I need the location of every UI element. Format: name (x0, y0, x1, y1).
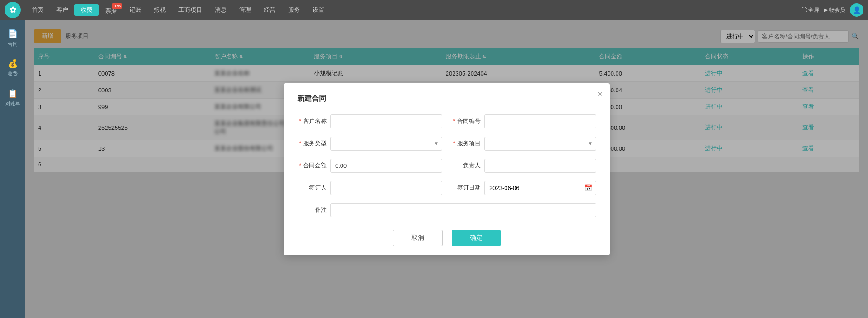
sidebar: 📄 合同 💰 收费 📋 对账单 (0, 20, 25, 318)
form-row-2: 服务类型 服务项目 (297, 137, 596, 151)
statement-icon: 📋 (8, 89, 18, 99)
content-area: 新增 服务项目 进行中 已完成 已终止 全部 🔍 序号 合同编号 客户名称 (25, 20, 868, 318)
new-badge: new (112, 3, 122, 9)
nav-tax[interactable]: 报税 (148, 4, 172, 16)
nav-manage[interactable]: 管理 (233, 4, 257, 16)
calendar-icon[interactable]: 📅 (584, 184, 592, 191)
service-type-select-wrap (330, 137, 442, 151)
nav-ticket[interactable]: 票据 new (99, 3, 123, 17)
nav-items: 首页 客户 收费 票据 new 记账 报税 工商项目 消息 管理 经营 服务 设… (25, 3, 801, 17)
service-type-select[interactable] (330, 137, 442, 151)
nav-right: ⛶ 全屏 ▶ 畅会员 👤 (801, 3, 863, 17)
service-item-select[interactable] (484, 137, 596, 151)
signer-label: 签订人 (297, 184, 327, 192)
service-type-label: 服务类型 (297, 139, 327, 147)
remarks-label: 备注 (297, 206, 327, 214)
sign-date-input[interactable] (488, 181, 584, 195)
contract-no-label: 合同编号 (451, 117, 481, 125)
form-group-amount: 合同金额 (297, 159, 442, 173)
form-group-customer-name: 客户名称 (297, 114, 442, 128)
form-group-sign-date: 签订日期 📅 (451, 181, 596, 195)
main-layout: 📄 合同 💰 收费 📋 对账单 新增 服务项目 进行中 已完成 已终止 全部 (0, 20, 868, 318)
form-group-service-type: 服务类型 (297, 137, 442, 151)
remarks-input[interactable] (330, 203, 596, 217)
sidebar-item-contract[interactable]: 📄 合同 (0, 24, 25, 52)
fullscreen-label: 全屏 (808, 6, 819, 14)
responsible-label: 负责人 (451, 161, 481, 170)
fullscreen-button[interactable]: ⛶ 全屏 (801, 6, 819, 14)
sidebar-item-fee[interactable]: 💰 收费 (0, 54, 25, 82)
confirm-button[interactable]: 确定 (452, 230, 501, 246)
nav-fee[interactable]: 收费 (74, 4, 99, 16)
modal-overlay: × 新建合同 客户名称 合同编号 服务类型 (25, 20, 868, 318)
form-group-contract-no: 合同编号 (451, 114, 596, 128)
service-item-label: 服务项目 (451, 139, 481, 147)
contract-icon: 📄 (8, 29, 18, 39)
nav-operation[interactable]: 经营 (257, 4, 282, 16)
service-item-select-wrap (484, 137, 596, 151)
form-group-signer: 签订人 (297, 181, 442, 195)
form-row-1: 客户名称 合同编号 (297, 114, 596, 128)
amount-input[interactable] (330, 159, 442, 173)
nav-settings[interactable]: 设置 (306, 4, 331, 16)
top-nav: ✿ 首页 客户 收费 票据 new 记账 报税 工商项目 消息 管理 经营 服务… (0, 0, 868, 20)
form-group-responsible: 负责人 (451, 159, 596, 173)
vip-button[interactable]: ▶ 畅会员 (824, 6, 845, 14)
nav-message[interactable]: 消息 (208, 4, 233, 16)
customer-name-label: 客户名称 (297, 117, 327, 125)
cancel-button[interactable]: 取消 (393, 230, 443, 246)
logo-icon: ✿ (10, 5, 16, 15)
sign-date-label: 签订日期 (451, 184, 481, 192)
nav-bookkeeping[interactable]: 记账 (123, 4, 148, 16)
modal-close-button[interactable]: × (598, 90, 603, 99)
fullscreen-icon: ⛶ (801, 7, 807, 13)
modal-footer: 取消 确定 (297, 230, 596, 246)
sidebar-contract-label: 合同 (8, 41, 18, 47)
amount-label: 合同金额 (297, 161, 327, 170)
sidebar-item-statement[interactable]: 📋 对账单 (0, 84, 25, 112)
fee-icon: 💰 (8, 59, 18, 69)
contract-no-input[interactable] (484, 114, 596, 128)
responsible-input[interactable] (484, 159, 596, 173)
avatar[interactable]: 👤 (850, 3, 863, 17)
modal-title: 新建合同 (297, 94, 596, 104)
form-row-5: 备注 (297, 203, 596, 217)
signer-input[interactable] (330, 181, 442, 195)
form-group-service-item: 服务项目 (451, 137, 596, 151)
vip-icon: ▶ (824, 7, 828, 13)
form-row-4: 签订人 签订日期 📅 (297, 181, 596, 195)
vip-label: 畅会员 (829, 6, 845, 14)
nav-bizproject[interactable]: 工商项目 (172, 4, 208, 16)
form-row-3: 合同金额 负责人 (297, 159, 596, 173)
sign-date-input-wrap: 📅 (484, 181, 596, 195)
modal-new-contract: × 新建合同 客户名称 合同编号 服务类型 (284, 83, 610, 255)
sidebar-fee-label: 收费 (8, 71, 18, 77)
nav-home[interactable]: 首页 (25, 4, 50, 16)
sidebar-statement-label: 对账单 (5, 100, 20, 107)
nav-service[interactable]: 服务 (282, 4, 306, 16)
logo: ✿ (5, 2, 21, 18)
customer-name-input[interactable] (330, 114, 442, 128)
form-group-remarks: 备注 (297, 203, 596, 217)
nav-customer[interactable]: 客户 (50, 4, 74, 16)
